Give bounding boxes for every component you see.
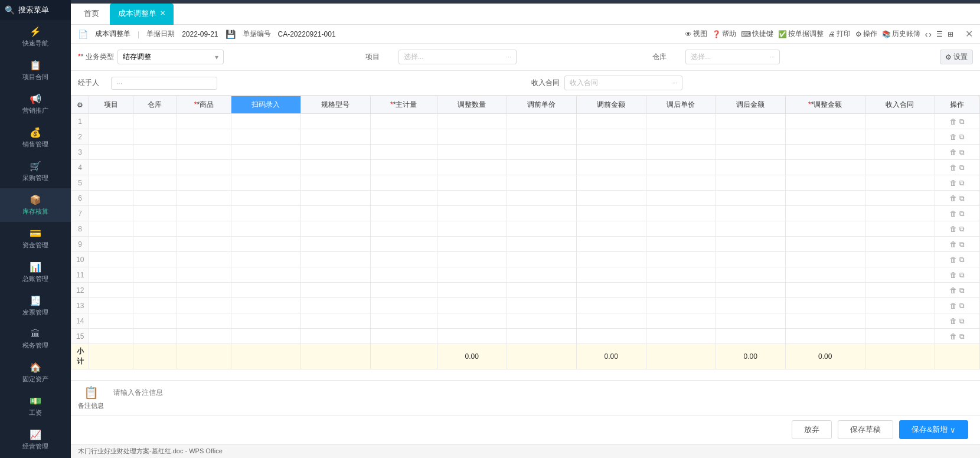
- table-cell[interactable]: [133, 206, 177, 221]
- table-cell[interactable]: [177, 206, 231, 221]
- table-cell[interactable]: [437, 129, 507, 145]
- table-cell[interactable]: [231, 191, 300, 206]
- table-cell[interactable]: [646, 206, 716, 221]
- th-settings[interactable]: ⚙: [71, 96, 89, 114]
- delete-icon[interactable]: 🗑: [950, 210, 957, 218]
- table-cell[interactable]: [865, 298, 935, 313]
- settings-button[interactable]: ⚙ 设置: [940, 50, 973, 64]
- table-cell[interactable]: [785, 221, 865, 237]
- table-cell[interactable]: [370, 313, 437, 329]
- row-actions[interactable]: 🗑⧉: [935, 313, 979, 329]
- tab-close-icon[interactable]: ✕: [160, 9, 165, 17]
- table-cell[interactable]: [177, 252, 231, 267]
- table-cell[interactable]: [576, 145, 646, 160]
- delete-icon[interactable]: 🗑: [950, 194, 957, 202]
- copy-icon[interactable]: ⧉: [959, 210, 965, 218]
- copy-icon[interactable]: ⧉: [959, 271, 965, 279]
- sidebar-item-ledger[interactable]: 📊 总账管理: [0, 256, 71, 289]
- table-cell[interactable]: [646, 237, 716, 252]
- table-cell[interactable]: [89, 129, 133, 145]
- copy-icon[interactable]: ⧉: [959, 117, 965, 126]
- table-cell[interactable]: [646, 145, 716, 160]
- table-cell[interactable]: [646, 191, 716, 206]
- table-cell[interactable]: [437, 313, 507, 329]
- table-cell[interactable]: [300, 145, 370, 160]
- table-cell[interactable]: [300, 206, 370, 221]
- table-cell[interactable]: [133, 237, 177, 252]
- table-cell[interactable]: [865, 206, 935, 221]
- table-cell[interactable]: [646, 175, 716, 191]
- row-actions[interactable]: 🗑⧉: [935, 237, 979, 252]
- table-cell[interactable]: [437, 191, 507, 206]
- row-actions[interactable]: 🗑⧉: [935, 221, 979, 237]
- table-cell[interactable]: [716, 175, 785, 191]
- copy-icon[interactable]: ⧉: [959, 194, 965, 202]
- table-cell[interactable]: [370, 114, 437, 129]
- table-cell[interactable]: [437, 175, 507, 191]
- ops-btn[interactable]: ⚙ 操作: [855, 29, 877, 39]
- table-cell[interactable]: [576, 129, 646, 145]
- table-cell[interactable]: [231, 313, 300, 329]
- search-menu-button[interactable]: 🔍 搜索菜单: [0, 0, 71, 20]
- table-cell[interactable]: [576, 221, 646, 237]
- project-select[interactable]: 选择... ···: [398, 50, 517, 64]
- table-cell[interactable]: [177, 221, 231, 237]
- handler-select[interactable]: ···: [111, 77, 217, 90]
- table-cell[interactable]: [785, 129, 865, 145]
- sidebar-item-fixed-assets[interactable]: 🏠 固定资产: [0, 356, 71, 390]
- table-cell[interactable]: [231, 237, 300, 252]
- table-cell[interactable]: [89, 175, 133, 191]
- table-cell[interactable]: [370, 252, 437, 267]
- table-cell[interactable]: [507, 191, 576, 206]
- table-cell[interactable]: [646, 298, 716, 313]
- table-cell[interactable]: [370, 237, 437, 252]
- table-cell[interactable]: [437, 221, 507, 237]
- table-cell[interactable]: [89, 313, 133, 329]
- row-actions[interactable]: 🗑⧉: [935, 114, 979, 129]
- sidebar-item-inventory[interactable]: 📦 库存核算: [0, 188, 71, 222]
- sidebar-item-sales[interactable]: 💰 销售管理: [0, 121, 71, 155]
- table-cell[interactable]: [507, 237, 576, 252]
- table-cell[interactable]: [716, 221, 785, 237]
- row-actions[interactable]: 🗑⧉: [935, 175, 979, 191]
- table-cell[interactable]: [576, 237, 646, 252]
- table-cell[interactable]: [507, 298, 576, 313]
- table-cell[interactable]: [437, 329, 507, 344]
- sidebar-item-quick-nav[interactable]: ⚡ 快速导航: [0, 20, 71, 54]
- row-actions[interactable]: 🗑⧉: [935, 191, 979, 206]
- table-cell[interactable]: [576, 206, 646, 221]
- delete-icon[interactable]: 🗑: [950, 286, 957, 295]
- table-cell[interactable]: [507, 206, 576, 221]
- table-cell[interactable]: [231, 298, 300, 313]
- delete-icon[interactable]: 🗑: [950, 148, 957, 156]
- table-cell[interactable]: [646, 267, 716, 283]
- table-cell[interactable]: [576, 313, 646, 329]
- table-cell[interactable]: [89, 267, 133, 283]
- table-cell[interactable]: [865, 313, 935, 329]
- table-cell[interactable]: [300, 313, 370, 329]
- table-cell[interactable]: [785, 313, 865, 329]
- copy-icon[interactable]: ⧉: [959, 256, 965, 264]
- table-cell[interactable]: [370, 160, 437, 175]
- table-cell[interactable]: [300, 129, 370, 145]
- sidebar-item-operations[interactable]: 📈 经营管理: [0, 423, 71, 457]
- table-cell[interactable]: [370, 191, 437, 206]
- sidebar-item-tax[interactable]: 🏛 税务管理: [0, 323, 71, 356]
- close-button[interactable]: ✕: [965, 28, 973, 40]
- table-cell[interactable]: [300, 329, 370, 344]
- copy-icon[interactable]: ⧉: [959, 302, 965, 310]
- table-cell[interactable]: [89, 145, 133, 160]
- delete-icon[interactable]: 🗑: [950, 332, 957, 341]
- delete-icon[interactable]: 🗑: [950, 133, 957, 141]
- table-cell[interactable]: [437, 114, 507, 129]
- table-cell[interactable]: [576, 114, 646, 129]
- warehouse-select[interactable]: 选择... ···: [685, 50, 780, 64]
- table-cell[interactable]: [716, 252, 785, 267]
- save-new-button[interactable]: 保存&新增 ∨: [899, 420, 968, 439]
- table-cell[interactable]: [89, 298, 133, 313]
- delete-icon[interactable]: 🗑: [950, 256, 957, 264]
- table-cell[interactable]: [716, 313, 785, 329]
- table-cell[interactable]: [865, 191, 935, 206]
- table-cell[interactable]: [89, 206, 133, 221]
- table-cell[interactable]: [716, 114, 785, 129]
